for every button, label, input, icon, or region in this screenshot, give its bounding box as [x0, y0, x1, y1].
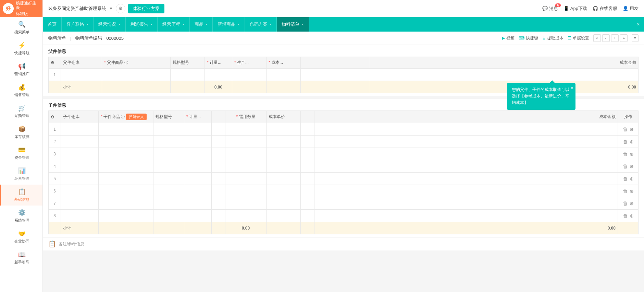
copy-icon[interactable]: ⊕ [630, 188, 634, 194]
tab-ops-history[interactable]: 经营历程 × [158, 17, 189, 32]
tab-goods[interactable]: 商品 × [190, 17, 213, 32]
nav-last[interactable]: » [620, 34, 628, 42]
parent-col-cost-amount: 成本金额 [369, 57, 639, 69]
delete-icon[interactable]: 🗑 [623, 213, 628, 219]
delete-icon[interactable]: 🗑 [623, 127, 628, 132]
bom-code-value: 0000005 [106, 36, 124, 41]
child-subtotal-row: 小计 0.00 0.00 [49, 222, 639, 234]
child-col-needed-qty: * 需用数量 [225, 111, 267, 123]
delete-icon[interactable]: 🗑 [623, 139, 628, 144]
topbar: 装备及固定资产辅助管理系统 ▼ ⚙ 体验行业方案 💬 消息 6 📱 App下载 … [43, 0, 644, 17]
system-dropdown[interactable]: ▼ [109, 6, 113, 11]
child-table-row: 7 🗑 ⊕ [49, 197, 639, 210]
tab-customer-close[interactable]: × [86, 22, 88, 26]
tooltip-close-button[interactable]: × [571, 84, 573, 92]
tab-barcode-close[interactable]: × [270, 22, 272, 26]
sidebar-item-inventory[interactable]: 📦 库存核算 [0, 122, 42, 143]
tab-ops-status-close[interactable]: × [118, 22, 120, 26]
copy-icon[interactable]: ⊕ [630, 201, 634, 206]
enterprise-icon: 🤝 [18, 230, 26, 237]
child-table-row: 2 🗑 ⊕ [49, 136, 639, 148]
keyboard-icon: ⌨ [519, 36, 524, 40]
quick-nav-icon: ⚡ [18, 42, 26, 49]
tab-new-goods-close[interactable]: × [237, 22, 239, 26]
scan-button[interactable]: 扫码录入 [126, 114, 147, 120]
nav-next[interactable]: › [611, 34, 619, 42]
online-service-button[interactable]: 🎧 在线客服 [593, 5, 617, 12]
tab-bom[interactable]: 物料清单 × [277, 17, 309, 32]
close-all-tabs[interactable]: × [633, 21, 644, 27]
child-row-7-actions: 🗑 ⊕ [620, 201, 636, 206]
parent-col-unit: * 计量... [205, 57, 232, 69]
tab-bom-close[interactable]: × [301, 22, 304, 26]
sidebar-item-marketing[interactable]: 📢 营销推广 [0, 59, 42, 80]
copy-icon[interactable]: ⊕ [630, 151, 634, 157]
sidebar-item-system[interactable]: ⚙️ 系统管理 [0, 206, 42, 226]
parent-section-title: 父件信息 [48, 45, 639, 57]
parent-table-row: 1 [49, 69, 639, 81]
sidebar-item-search[interactable]: 🔍 搜索菜单 [0, 17, 42, 38]
system-icon: ⚙️ [18, 209, 26, 217]
message-button[interactable]: 💬 消息 6 [542, 5, 558, 12]
parent-col-warehouse: 父件仓库 [61, 57, 102, 69]
tab-profit-report[interactable]: 利润报告 × [126, 17, 158, 32]
tab-barcode[interactable]: 条码方案 × [245, 17, 277, 32]
child-table-row: 1 🗑 ⊕ [49, 123, 639, 136]
child-col-unit: * 计量... [184, 111, 212, 123]
nav-first[interactable]: « [593, 34, 601, 42]
content-area: 物料清单 | 物料清单编码 0000005 ▶ 视频 ⌨ 快捷键 ⤓ 提取成本 … [43, 32, 644, 292]
parent-col-cost: * 成本... [267, 57, 301, 69]
inventory-icon: 📦 [18, 125, 26, 133]
parent-col-produce: * 生产... [232, 57, 267, 69]
tab-customer[interactable]: 客户联络 × [62, 17, 94, 32]
service-icon: 🎧 [593, 6, 598, 11]
tab-goods-close[interactable]: × [206, 22, 208, 26]
topbar-left: 装备及固定资产辅助管理系统 ▼ ⚙ 体验行业方案 [48, 4, 164, 13]
sidebar-item-basic[interactable]: 📋 基础信息 [0, 185, 42, 206]
delete-icon[interactable]: 🗑 [623, 201, 628, 206]
child-col-spacer [212, 111, 225, 123]
grid-view-btn[interactable]: ≡ [632, 34, 639, 42]
copy-icon[interactable]: ⊕ [630, 213, 634, 219]
finance-icon: 💳 [18, 146, 26, 154]
tab-new-goods[interactable]: 新增商品 × [213, 17, 245, 32]
sidebar-item-guide[interactable]: 📖 新手引导 [0, 247, 42, 268]
delete-icon[interactable]: 🗑 [623, 188, 628, 194]
single-settings-button[interactable]: ☰ 单据设置 [568, 35, 589, 41]
child-col-spacer2 [301, 111, 314, 123]
extract-cost-button[interactable]: ⤓ 提取成本 [542, 35, 564, 41]
sidebar-item-operations[interactable]: 📊 经营管理 [0, 164, 42, 185]
sidebar-item-purchase[interactable]: 🛒 采购管理 [0, 101, 42, 122]
sidebar-item-quick-nav[interactable]: ⚡ 快捷导航 [0, 38, 42, 59]
view-button[interactable]: ▶ 视频 [502, 35, 515, 41]
app-download-button[interactable]: 📱 App下载 [564, 5, 587, 12]
settings-button[interactable]: ⚙ [116, 4, 125, 13]
user-button[interactable]: 👤 用友 [623, 5, 639, 12]
sidebar-item-enterprise[interactable]: 🤝 企业协同 [0, 226, 42, 247]
nav-prev[interactable]: ‹ [602, 34, 610, 42]
shortcut-button[interactable]: ⌨ 快捷键 [519, 35, 538, 41]
bom-code-label: 物料清单编码 [75, 35, 102, 41]
tab-operations-status[interactable]: 经营情况 × [94, 17, 125, 32]
child-table: ⚙ 子件仓库 * 子件商品 ⓘ 扫码录入 规格型号 * 计量... [48, 110, 639, 234]
notes-label: 备注/参考信息 [59, 241, 84, 247]
copy-icon[interactable]: ⊕ [630, 127, 634, 132]
delete-icon[interactable]: 🗑 [623, 151, 628, 157]
nav-tabs: 首页 客户联络 × 经营情况 × 利润报告 × 经营历程 × 商品 × 新增商品… [43, 17, 644, 32]
view-icon: ▶ [502, 36, 505, 40]
user-icon: 👤 [623, 6, 628, 11]
trial-button[interactable]: 体验行业方案 [128, 4, 164, 13]
tab-profit-close[interactable]: × [150, 22, 152, 26]
tab-home[interactable]: 首页 [43, 17, 62, 32]
page-header: 物料清单 | 物料清单编码 0000005 ▶ 视频 ⌨ 快捷键 ⤓ 提取成本 … [43, 32, 644, 45]
delete-icon[interactable]: 🗑 [623, 176, 628, 182]
copy-icon[interactable]: ⊕ [630, 176, 634, 182]
sidebar-item-sales[interactable]: 💰 销售管理 [0, 80, 42, 101]
copy-icon[interactable]: ⊕ [630, 164, 634, 169]
sidebar-item-finance[interactable]: 💳 资金管理 [0, 143, 42, 164]
delete-icon[interactable]: 🗑 [623, 164, 628, 169]
tab-ops-history-close[interactable]: × [182, 22, 184, 26]
child-row-3-actions: 🗑 ⊕ [620, 151, 636, 157]
copy-icon[interactable]: ⊕ [630, 139, 634, 144]
marketing-icon: 📢 [18, 62, 26, 70]
